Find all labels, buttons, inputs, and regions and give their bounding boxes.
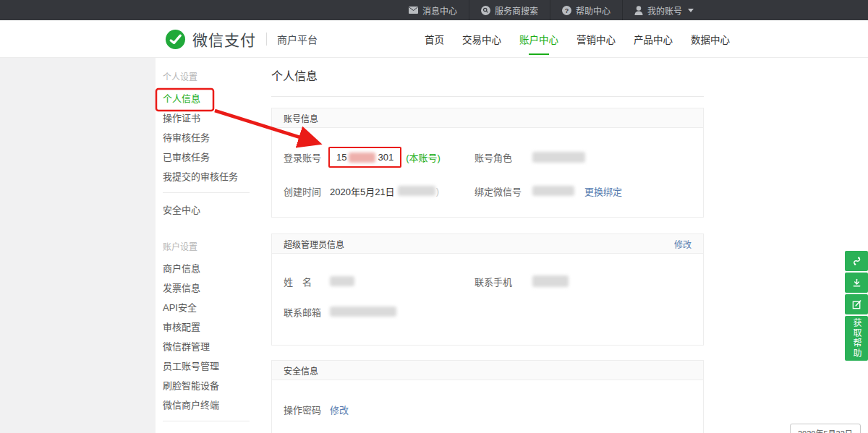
- edit-icon: [851, 299, 862, 310]
- main-nav: 首页 交易中心 账户中心 营销中心 产品中心 数据中心: [423, 20, 731, 58]
- share-link-button[interactable]: [845, 251, 868, 271]
- login-account-label: 登录账号: [284, 150, 330, 164]
- security-info-body: 操作密码 修改 预留信息 未设置 修改 预留信息是由你自己设置的一段文字，用来鉴…: [272, 380, 703, 433]
- sidebar-item-api-security[interactable]: API安全: [163, 297, 250, 317]
- topbar-item-label: 消息中心: [422, 4, 457, 17]
- sidebar-item-staff-account-management[interactable]: 员工账号管理: [163, 356, 250, 375]
- sidebar-item-wechat-merchant-terminal[interactable]: 微信商户终端: [163, 395, 250, 414]
- nav-item-marketing-center[interactable]: 营销中心: [575, 32, 617, 46]
- sidebar: 个人设置 个人信息 操作证书 待审核任务 已审核任务 我提交的审核任务 安全中心…: [163, 67, 250, 428]
- sidebar-item-operation-certificate[interactable]: 操作证书: [163, 108, 250, 127]
- change-binding-link[interactable]: 更换绑定: [584, 184, 622, 198]
- current-account-tag: (本账号): [406, 150, 441, 164]
- section-title: 安全信息: [284, 364, 318, 377]
- topbar-item-label: 我的账号: [647, 4, 682, 17]
- get-help-button[interactable]: 获取帮助: [845, 316, 868, 361]
- sidebar-item-reviewed-tasks[interactable]: 已审核任务: [163, 147, 250, 166]
- operation-password-label: 操作密码: [284, 403, 330, 416]
- contact-phone-redaction: [532, 275, 569, 287]
- main-content: 个人信息 账号信息 登录账号 15 301: [271, 67, 704, 433]
- bound-wechat-label: 绑定微信号: [475, 184, 532, 198]
- topbar-item-provider-search[interactable]: 服务商搜索: [469, 0, 550, 20]
- account-info-section: 账号信息 登录账号 15 301 (本账号): [271, 108, 704, 218]
- sidebar-item-invoice-info[interactable]: 发票信息: [163, 278, 250, 297]
- topbar: 消息中心 服务商搜索 ? 帮助中心 我的账号: [0, 0, 868, 20]
- security-info-header: 安全信息: [272, 361, 703, 380]
- super-admin-body: 姓 名 联系手机 联系邮箱: [272, 254, 703, 345]
- created-time-redaction: [398, 186, 435, 196]
- sidebar-item-merchant-info[interactable]: 商户信息: [163, 258, 250, 278]
- user-icon: [634, 6, 643, 15]
- download-icon: [851, 278, 862, 288]
- sidebar-spacer: [163, 219, 250, 236]
- section-title: 超级管理员信息: [284, 238, 344, 250]
- sidebar-section-account-settings: 账户设置: [163, 236, 250, 256]
- brand-divider: [266, 33, 267, 46]
- caret-down-icon: [688, 9, 694, 12]
- sidebar-item-personal-info[interactable]: 个人信息: [163, 88, 250, 108]
- created-time-label: 创建时间: [284, 184, 330, 198]
- sidebar-divider: [163, 421, 250, 421]
- login-account-redaction: [349, 153, 375, 163]
- question-circle-icon: ?: [562, 6, 571, 15]
- topbar-item-label: 服务商搜索: [495, 4, 538, 17]
- password-modify-link[interactable]: 修改: [330, 403, 349, 416]
- nav-item-product-center[interactable]: 产品中心: [632, 32, 674, 46]
- sidebar-section-personal-settings: 个人设置: [163, 67, 250, 86]
- sidebar-item-review-config[interactable]: 审核配置: [163, 317, 250, 336]
- page-title: 个人信息: [271, 67, 704, 84]
- contact-email-label: 联系邮箱: [284, 305, 330, 319]
- get-help-label: 获取帮助: [845, 318, 868, 359]
- brand-logo: 微信支付 商户平台: [165, 28, 318, 50]
- sidebar-item-face-smart-device[interactable]: 刷脸智能设备: [163, 375, 250, 395]
- account-info-header: 账号信息: [272, 108, 703, 128]
- security-info-section: 安全信息 操作密码 修改 预留信息 未设置 修改 预留: [271, 360, 704, 433]
- login-account-prefix: 15: [336, 152, 346, 163]
- super-admin-section: 超级管理员信息 修改 姓 名 联系手机 联系邮箱: [271, 233, 704, 346]
- portal-label: 商户平台: [277, 32, 318, 46]
- section-title: 账号信息: [284, 112, 318, 124]
- nav-item-data-center[interactable]: 数据中心: [689, 32, 731, 46]
- wechat-pay-merchant-portal: 消息中心 服务商搜索 ? 帮助中心 我的账号: [0, 0, 868, 433]
- topbar-item-my-account[interactable]: 我的账号: [622, 0, 705, 20]
- download-button[interactable]: [845, 273, 868, 293]
- topbar-item-help-center[interactable]: ? 帮助中心: [550, 0, 622, 20]
- nav-item-account-center[interactable]: 账户中心: [518, 32, 560, 46]
- sidebar-item-my-submitted-tasks[interactable]: 我提交的审核任务: [163, 166, 250, 186]
- account-role-redaction: [532, 152, 585, 163]
- login-account-annotation-box: 15 301: [328, 147, 401, 168]
- header: 微信支付 商户平台 首页 交易中心 账户中心 营销中心 产品中心 数据中心: [0, 20, 868, 58]
- sidebar-divider: [163, 192, 250, 193]
- topbar-item-message-center[interactable]: 消息中心: [397, 0, 469, 20]
- super-admin-header: 超级管理员信息 修改: [272, 234, 703, 254]
- feedback-button[interactable]: [845, 294, 868, 314]
- sidebar-item-pending-review-tasks[interactable]: 待审核任务: [163, 127, 250, 147]
- nav-item-home[interactable]: 首页: [423, 32, 446, 46]
- account-role-label: 账号角色: [475, 150, 532, 164]
- left-gutter: [0, 58, 156, 433]
- admin-name-redaction: [330, 276, 354, 286]
- wechat-pay-logo-icon: [165, 29, 186, 50]
- login-account-suffix: 301: [378, 152, 393, 163]
- link-icon: [851, 256, 862, 267]
- topbar-item-label: 帮助中心: [576, 4, 610, 17]
- bound-wechat-redaction: [532, 186, 574, 196]
- sidebar-item-wechat-group-management[interactable]: 微信群管理: [163, 336, 250, 356]
- account-info-body: 登录账号 15 301 (本账号) 账号角色: [272, 128, 703, 217]
- contact-phone-label: 联系手机: [475, 275, 532, 288]
- floating-toolbar: 获取帮助: [845, 251, 868, 361]
- search-circle-icon: [481, 6, 490, 15]
- contact-email-redaction: [330, 306, 396, 317]
- nav-item-transaction-center[interactable]: 交易中心: [461, 32, 503, 46]
- admin-name-label: 姓 名: [284, 275, 330, 288]
- date-tooltip: 2020年5月22日: [790, 424, 861, 433]
- title-divider: [271, 96, 704, 97]
- admin-modify-link[interactable]: 修改: [674, 238, 692, 250]
- sidebar-item-security-center[interactable]: 安全中心: [163, 200, 250, 219]
- created-time-paren: ): [436, 186, 439, 197]
- envelope-icon: [409, 7, 418, 14]
- svg-text:?: ?: [565, 7, 569, 14]
- brand-title: 微信支付: [192, 28, 256, 50]
- created-time-value: 2020年5月21日: [330, 184, 395, 198]
